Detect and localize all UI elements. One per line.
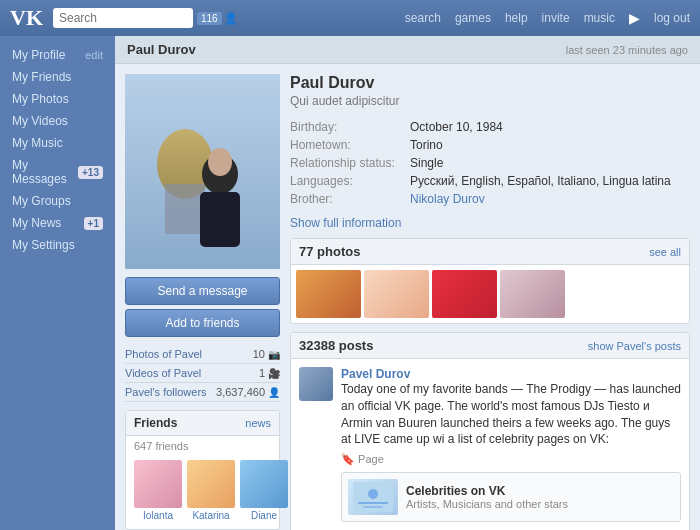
post-item: Pavel Durov Today one of my favorite ban… <box>291 359 689 530</box>
friend-item-diane[interactable]: Diane <box>240 460 288 521</box>
see-all-photos-link[interactable]: see all <box>649 246 681 258</box>
send-message-button[interactable]: Send a message <box>125 277 280 305</box>
topnav: search games help invite music ▶ log out <box>405 10 690 26</box>
friends-news-link[interactable]: news <box>245 417 271 429</box>
friend-name-diane: Diane <box>240 510 288 521</box>
sidebar-item-my-photos[interactable]: My Photos <box>0 88 115 110</box>
news-badge: +1 <box>84 217 103 230</box>
sidebar-item-my-profile[interactable]: My Profile edit <box>0 44 115 66</box>
add-to-friends-button[interactable]: Add to friends <box>125 309 280 337</box>
sidebar-item-my-groups[interactable]: My Groups <box>0 190 115 212</box>
photo-thumb-3[interactable] <box>432 270 497 318</box>
repost-card[interactable]: Celebrities on VK Artists, Musicians and… <box>341 472 681 522</box>
post-author-avatar <box>299 367 333 401</box>
friends-section: Friends news 647 friends Iolanta Katarin… <box>125 410 280 530</box>
friends-count: 647 friends <box>126 436 279 456</box>
photos-section: 77 photos see all <box>290 238 690 324</box>
friend-name-katarina: Katarina <box>187 510 235 521</box>
friends-title: Friends <box>134 416 177 430</box>
photo-thumb-1[interactable] <box>296 270 361 318</box>
topbar: VK 116 👤 search games help invite music … <box>0 0 700 36</box>
nav-music[interactable]: music <box>584 11 615 25</box>
sidebar-item-my-videos[interactable]: My Videos <box>0 110 115 132</box>
photo-thumb-2[interactable] <box>364 270 429 318</box>
profile-body: Send a message Add to friends Photos of … <box>115 64 700 530</box>
profile-left-column: Send a message Add to friends Photos of … <box>125 74 280 530</box>
repost-info: Celebrities on VK Artists, Musicians and… <box>406 484 568 510</box>
nav-search[interactable]: search <box>405 11 441 25</box>
friend-avatar-diane <box>240 460 288 508</box>
posts-count: 32388 posts <box>299 338 373 353</box>
svg-rect-8 <box>358 502 388 504</box>
friends-grid: Iolanta Katarina Diane <box>126 456 279 529</box>
profile-header-name: Paul Durov <box>127 42 196 57</box>
repost-title: Celebrities on VK <box>406 484 568 498</box>
photos-header: 77 photos see all <box>291 239 689 265</box>
profile-header-bar: Paul Durov last seen 23 minutes ago <box>115 36 700 64</box>
sidebar: My Profile edit My Friends My Photos My … <box>0 36 115 530</box>
search-input[interactable] <box>53 8 193 28</box>
sidebar-item-my-music[interactable]: My Music <box>0 132 115 154</box>
post-author-name: Pavel Durov Today one of my favorite ban… <box>341 367 681 448</box>
info-row-languages: Languages: Русский, English, Español, It… <box>290 172 690 190</box>
repost-image <box>348 479 398 515</box>
last-seen-status: last seen 23 minutes ago <box>566 44 688 56</box>
nav-logout[interactable]: log out <box>654 11 690 25</box>
sidebar-item-my-friends[interactable]: My Friends <box>0 66 115 88</box>
content-area: Paul Durov last seen 23 minutes ago <box>115 36 700 530</box>
sidebar-item-my-messages[interactable]: My Messages +13 <box>0 154 115 190</box>
play-icon[interactable]: ▶ <box>629 10 640 26</box>
show-pavels-posts-link[interactable]: show Pavel's posts <box>588 340 681 352</box>
friend-avatar-iolanta <box>134 460 182 508</box>
stat-pavels-followers[interactable]: Pavel's followers 3,637,460 👤 <box>125 383 280 402</box>
profile-avatar <box>125 74 280 269</box>
profile-right-column: Paul Durov Qui audet adipiscitur Birthda… <box>290 74 690 530</box>
info-row-birthday: Birthday: October 10, 1984 <box>290 118 690 136</box>
svg-rect-4 <box>200 192 240 247</box>
sidebar-edit-link[interactable]: edit <box>85 49 103 61</box>
show-full-info-link[interactable]: Show full information <box>290 216 690 230</box>
user-count: 116 <box>197 12 222 25</box>
friend-avatar-katarina <box>187 460 235 508</box>
nav-help[interactable]: help <box>505 11 528 25</box>
photo-thumb-4[interactable] <box>500 270 565 318</box>
info-row-hometown: Hometown: Torino <box>290 136 690 154</box>
info-row-brother: Brother: Nikolay Durov <box>290 190 690 208</box>
profile-info-table: Birthday: October 10, 1984 Hometown: Tor… <box>290 118 690 208</box>
posts-section: 32388 posts show Pavel's posts Pavel Dur… <box>290 332 690 530</box>
nav-invite[interactable]: invite <box>542 11 570 25</box>
svg-rect-2 <box>165 184 205 234</box>
stat-photos-of-pavel[interactable]: Photos of Pavel 10 📷 <box>125 345 280 364</box>
info-row-relationship: Relationship status: Single <box>290 154 690 172</box>
post-user-row: Pavel Durov Today one of my favorite ban… <box>299 367 681 448</box>
profile-stats: Photos of Pavel 10 📷 Videos of Pavel 1 🎥… <box>125 345 280 402</box>
photos-count: 77 photos <box>299 244 360 259</box>
brother-link[interactable]: Nikolay Durov <box>410 192 485 206</box>
sidebar-item-my-news[interactable]: My News +1 <box>0 212 115 234</box>
vk-logo: VK <box>10 5 43 31</box>
photos-strip <box>291 265 689 323</box>
sidebar-item-my-settings[interactable]: My Settings <box>0 234 115 256</box>
posts-header: 32388 posts show Pavel's posts <box>291 333 689 359</box>
stat-videos-of-pavel[interactable]: Videos of Pavel 1 🎥 <box>125 364 280 383</box>
repost-subtitle: Artists, Musicians and other stars <box>406 498 568 510</box>
friend-item-iolanta[interactable]: Iolanta <box>134 460 182 521</box>
svg-point-5 <box>208 148 232 176</box>
nav-games[interactable]: games <box>455 11 491 25</box>
profile-fullname: Paul Durov <box>290 74 690 92</box>
svg-rect-9 <box>363 506 383 508</box>
post-text: Today one of my favorite bands — The Pro… <box>341 381 681 448</box>
friends-header: Friends news <box>126 411 279 436</box>
messages-badge: +13 <box>78 166 103 179</box>
svg-point-7 <box>368 489 378 499</box>
friend-item-katarina[interactable]: Katarina <box>187 460 235 521</box>
main-layout: My Profile edit My Friends My Photos My … <box>0 36 700 530</box>
friend-name-iolanta: Iolanta <box>134 510 182 521</box>
post-page-label: 🔖 Page <box>299 453 681 466</box>
profile-tagline: Qui audet adipiscitur <box>290 94 690 108</box>
